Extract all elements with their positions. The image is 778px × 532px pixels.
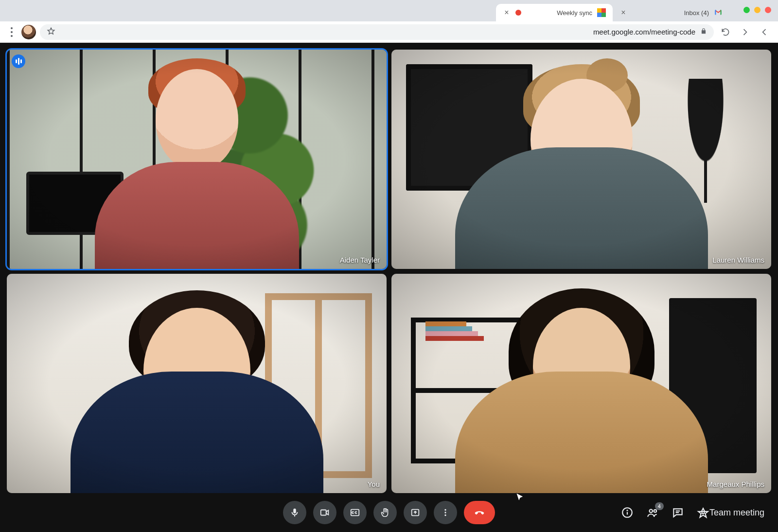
browser-menu-button[interactable] (6, 27, 18, 37)
call-controls (283, 501, 495, 524)
speaking-indicator-icon (12, 54, 25, 68)
browser-tabstrip: Inbox (4) × Weekly sync × (0, 0, 778, 21)
more-options-button[interactable] (434, 501, 457, 524)
cursor-icon (514, 492, 525, 505)
participant-name: Aiden Tayler (340, 256, 380, 264)
svg-point-9 (649, 510, 653, 513)
window-maximize-button[interactable] (743, 7, 750, 13)
chat-button[interactable] (672, 506, 684, 519)
gmail-icon (714, 8, 723, 17)
raise-hand-button[interactable] (373, 501, 397, 524)
recording-indicator-icon (515, 10, 521, 16)
address-bar[interactable]: meet.google.com/meeting-code (40, 24, 714, 40)
close-icon[interactable]: × (619, 9, 627, 17)
tab-inbox[interactable]: Inbox (4) × (613, 4, 729, 21)
window-close-button[interactable] (765, 7, 771, 13)
present-button[interactable] (404, 501, 427, 524)
tabs: Inbox (4) × Weekly sync × (496, 0, 729, 21)
svg-point-10 (654, 510, 656, 512)
svg-point-3 (444, 509, 446, 511)
leave-call-button[interactable] (464, 501, 495, 524)
tab-title: Weekly sync (526, 9, 592, 17)
mic-button[interactable] (283, 501, 306, 524)
people-button[interactable]: 4 (646, 506, 659, 519)
nav-back-button[interactable] (757, 24, 772, 40)
participant-tile-aiden[interactable]: Aiden Tayler (7, 50, 387, 269)
svg-point-5 (444, 514, 446, 516)
nav-reload-button[interactable] (718, 24, 733, 40)
participant-tile-self[interactable]: You (7, 274, 387, 493)
meet-app: Lauren Williams Aiden Tayler Margeaux (0, 43, 778, 532)
participant-name: You (368, 480, 380, 488)
camera-button[interactable] (313, 501, 336, 524)
svg-point-14 (702, 512, 705, 514)
tab-meeting[interactable]: Weekly sync × (496, 4, 613, 21)
svg-point-8 (627, 510, 627, 511)
meet-bottom-bar: Team meeting (0, 493, 778, 532)
window-minimize-button[interactable] (754, 7, 760, 13)
nav-forward-button[interactable] (737, 24, 753, 40)
participant-count-badge: 4 (655, 502, 664, 510)
participant-name: Margeaux Phillips (707, 480, 764, 488)
captions-button[interactable] (343, 501, 367, 524)
activities-button[interactable] (697, 506, 709, 519)
browser-toolbar: meet.google.com/meeting-code (0, 21, 778, 43)
close-icon[interactable]: × (503, 9, 511, 17)
window-controls (743, 7, 771, 13)
meeting-info-button[interactable] (621, 506, 634, 519)
panel-controls: 4 (621, 506, 709, 519)
participant-name: Lauren Williams (712, 256, 764, 264)
video-grid: Lauren Williams Aiden Tayler Margeaux (0, 43, 778, 493)
participant-tile-margeaux[interactable]: Margeaux Phillips (391, 274, 771, 493)
url-text: meet.google.com/meeting-code (60, 28, 695, 36)
lock-icon (700, 28, 707, 36)
tab-title: Inbox (4) (632, 9, 709, 17)
bookmark-star-icon[interactable] (47, 27, 55, 37)
participant-tile-lauren[interactable]: Lauren Williams (391, 50, 771, 269)
profile-avatar[interactable] (21, 25, 36, 39)
meeting-name: Team meeting (709, 508, 764, 518)
svg-marker-13 (698, 508, 708, 517)
meet-icon (597, 8, 606, 17)
svg-point-4 (444, 512, 446, 513)
svg-rect-0 (321, 510, 326, 515)
